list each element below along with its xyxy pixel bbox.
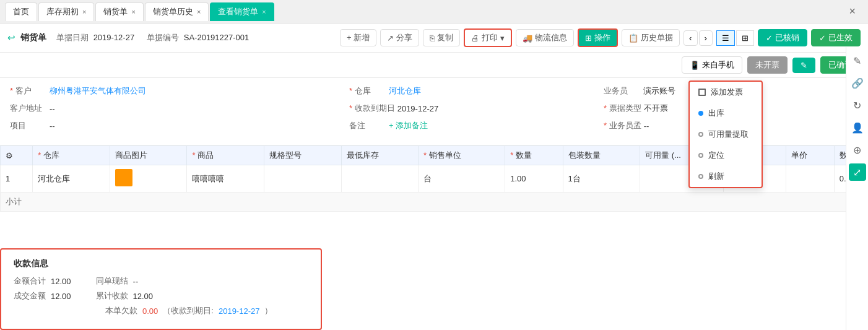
warehouse-field: 仓库 河北仓库 (349, 85, 604, 97)
operations-icon: ⊞ (585, 33, 592, 43)
row-product: 嘻嘻嘻嘻 (187, 165, 264, 193)
add-button[interactable]: + 新增 (340, 29, 376, 46)
share-button[interactable]: ↗ 分享 (380, 29, 419, 46)
tab-sales-order-close[interactable]: × (131, 8, 135, 15)
row-spec (264, 165, 341, 193)
not-opened-label: 未开票 (755, 59, 779, 71)
subtotal-label: 小计 (1, 193, 868, 212)
window-close-button[interactable]: × (841, 5, 863, 18)
payment-info-box: 收款信息 金额合计 12.00 同单现结 -- 成交金额 12.00 累计收款 (0, 248, 322, 330)
customer-label: 客户 (10, 85, 47, 97)
dropdown-locate[interactable]: 定位 (690, 145, 762, 166)
tab-view-sales[interactable]: 查看销货单 × (210, 2, 274, 21)
view-list-button[interactable]: ☰ (716, 30, 735, 46)
add-note-button[interactable]: + 添加备注 (386, 120, 430, 131)
customer-value[interactable]: 柳州粤港平安气体有限公司 (47, 85, 149, 97)
tab-home-label: 首页 (13, 6, 29, 17)
tab-inventory-init-close[interactable]: × (82, 8, 86, 15)
sidebar-expand-icon[interactable]: ⤢ (849, 163, 866, 181)
sidebar-link-icon[interactable]: 🔗 (849, 74, 866, 92)
check2-icon: ✓ (819, 33, 826, 43)
doc-type-icon: ↩ (7, 32, 15, 43)
col-settings[interactable]: ⚙ (1, 146, 33, 165)
from-phone-button[interactable]: 📱 来自手机 (682, 56, 742, 74)
arrears-field: 本单欠款 0.00 （收款到期日: 2019-12-27 ） (105, 305, 272, 316)
tab-view-sales-label: 查看销货单 (218, 6, 258, 17)
already-effective-button[interactable]: ✓ 已生效 (811, 29, 861, 46)
doc-date-label: 单据日期 (56, 33, 89, 42)
payment-row-2: 成交金额 12.00 累计收款 12.00 (14, 290, 308, 302)
tab-sales-history[interactable]: 销货单历史 × (145, 2, 209, 21)
ticket-type-value: 不开票 (641, 103, 671, 114)
address-label: 客户地址 (10, 103, 47, 114)
salesperson-value: -- (641, 121, 652, 131)
already-cancelled-button[interactable]: ✓ 已核销 (758, 29, 807, 46)
toolbar: ↩ 销货单 单据日期 2019-12-27 单据编号 SA-20191227-0… (0, 24, 868, 53)
dropdown-add-invoice[interactable]: 添加发票 (690, 82, 762, 103)
row-warehouse: 河北仓库 (33, 165, 110, 193)
project-label: 项目 (10, 120, 47, 131)
tab-sales-history-label: 销货单历史 (153, 6, 193, 17)
tab-home[interactable]: 首页 (5, 2, 37, 21)
view-grid-button[interactable]: ⊞ (736, 30, 754, 46)
warehouse-value[interactable]: 河北仓库 (386, 85, 423, 97)
operations-dropdown: 添加发票 出库 可用量提取 定位 刷新 (688, 80, 763, 188)
nav-next-button[interactable]: › (699, 30, 713, 46)
row-product-img (110, 165, 187, 193)
ticket-type-label: 票据类型 (604, 103, 641, 114)
nav-prev-button[interactable]: ‹ (684, 30, 697, 46)
same-order-value: -- (133, 277, 139, 286)
total-amount-label: 金额合计 (14, 276, 46, 287)
from-phone-label: 来自手机 (702, 59, 734, 71)
cumulative-label: 累计收款 (96, 290, 128, 302)
dropdown-available-qty[interactable]: 可用量提取 (690, 124, 762, 145)
tab-bar: 首页 库存期初 × 销货单 × 销货单历史 × 查看销货单 × × (0, 0, 868, 24)
staff-label: 业务员 (604, 85, 641, 97)
refresh-icon (698, 174, 703, 179)
print-dropdown-arrow: ▾ (500, 33, 505, 43)
cumulative-value: 12.00 (133, 292, 154, 301)
logistics-button[interactable]: 🚚 物流信息 (516, 29, 574, 46)
salesperson-label: 业务员孟 (604, 120, 641, 131)
tab-inventory-init[interactable]: 库存期初 × (38, 2, 94, 21)
customer-field: 客户 柳州粤港平安气体有限公司 (10, 85, 349, 97)
tab-view-sales-close[interactable]: × (262, 8, 266, 15)
product-image (115, 169, 132, 186)
sidebar-user-icon[interactable]: 👤 (849, 119, 866, 136)
tab-sales-history-close[interactable]: × (197, 8, 201, 15)
operations-button[interactable]: ⊞ 操作 (578, 28, 618, 47)
col-sales-unit: 销售单位 (419, 146, 505, 165)
sidebar-star-icon[interactable]: ⊕ (849, 141, 866, 158)
doc-number-value: SA-20191227-001 (184, 33, 250, 42)
edit-button[interactable]: ✎ (792, 58, 815, 73)
payment-title: 收款信息 (14, 258, 308, 269)
history-button[interactable]: 📋 历史单据 (622, 29, 680, 46)
row-unit-price (786, 165, 835, 193)
print-button[interactable]: 🖨 打印 ▾ (464, 28, 512, 47)
staff-value: 演示账号 (641, 85, 678, 97)
col-spec: 规格型号 (264, 146, 341, 165)
operations-label: 操作 (594, 32, 610, 43)
sidebar-edit-icon[interactable]: ✎ (849, 52, 866, 69)
right-sidebar: ✎ 🔗 ↻ 👤 ⊕ ⤢ (846, 47, 868, 330)
not-opened-button[interactable]: 未开票 (747, 56, 788, 74)
due-date-field: 收款到期日 2019-12-27 (349, 103, 604, 114)
copy-button[interactable]: ⎘ 复制 (423, 29, 460, 46)
dropdown-refresh-label: 刷新 (708, 171, 724, 182)
row-seq: 1 (1, 165, 33, 193)
tab-sales-order[interactable]: 销货单 × (95, 2, 143, 21)
transaction-field: 成交金额 12.00 (14, 290, 71, 302)
note-label: 备注 (349, 120, 386, 131)
warehouse-label: 仓库 (349, 85, 386, 97)
payment-row-1: 金额合计 12.00 同单现结 -- (14, 276, 308, 287)
share-icon: ↗ (387, 33, 394, 43)
tab-inventory-init-label: 库存期初 (46, 6, 79, 17)
same-order-label: 同单现结 (96, 276, 128, 287)
sidebar-refresh-icon[interactable]: ↻ (849, 97, 866, 114)
total-amount-field: 金额合计 12.00 (14, 276, 71, 287)
print-icon: 🖨 (471, 33, 479, 43)
dropdown-refresh[interactable]: 刷新 (690, 166, 762, 187)
dropdown-outbound[interactable]: 出库 (690, 103, 762, 124)
history-label: 历史单据 (641, 32, 673, 43)
due-end: ） (264, 305, 272, 316)
